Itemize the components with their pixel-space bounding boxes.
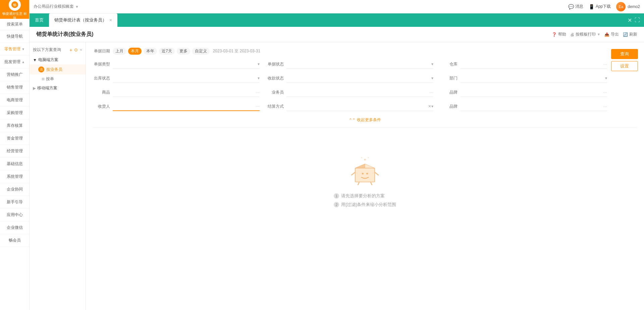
scheme-sub-item-by-order[interactable]: ⊞ 按单 bbox=[30, 74, 86, 84]
scheme-collapse-icon[interactable]: « bbox=[80, 47, 82, 53]
salesperson-dots-icon[interactable]: ··· bbox=[429, 90, 433, 95]
svg-point-12 bbox=[361, 157, 362, 158]
tab-sales-stat[interactable]: 销货单统计表（按业务员） × bbox=[49, 13, 117, 27]
sidebar-item-basic[interactable]: 基础信息 bbox=[0, 158, 29, 170]
topbar-right: 💬 消息 📱 App下载 Ea demo2 bbox=[568, 2, 640, 11]
scheme-item-active-icon: 员 bbox=[38, 66, 44, 72]
settlement-clear-icon[interactable]: ✕ bbox=[428, 104, 431, 109]
filter-delivery: 出库状态 ▾ bbox=[93, 73, 260, 83]
brand2-label: 品牌 bbox=[440, 104, 460, 109]
sidebar-item-system[interactable]: 系统管理 bbox=[0, 170, 29, 183]
doc-status-arrow-icon[interactable]: ▾ bbox=[431, 62, 433, 66]
main-area: 办公用品行业模拟账套 ▼ 💬 消息 📱 App下载 Ea demo2 首页 销货… bbox=[30, 0, 644, 310]
sidebar-item-ecommerce[interactable]: 电商管理 bbox=[0, 94, 29, 107]
sidebar-item-shortcuts[interactable]: 快捷导航 bbox=[0, 30, 29, 43]
avatar[interactable]: Ea bbox=[616, 2, 626, 11]
warehouse-input[interactable]: ··· bbox=[460, 59, 607, 69]
refresh-btn[interactable]: 🔄 刷新 bbox=[623, 32, 637, 37]
payment-arrow-icon[interactable]: ▾ bbox=[431, 76, 433, 81]
sidebar-item-enterprise[interactable]: 企业协同 bbox=[0, 183, 29, 196]
tab-home[interactable]: 首页 bbox=[30, 13, 49, 27]
filter-row-2: 单据类型 ▾ 单据状态 bbox=[93, 59, 607, 69]
date-more-btn[interactable]: 更多 bbox=[177, 48, 190, 55]
date-filter-group: 上月 本月 本年 近7天 更多 自定义 2023-03-01 至 2023-03… bbox=[113, 48, 607, 55]
sidebar-item-retail[interactable]: 零售管理 ▼ bbox=[0, 43, 29, 56]
app-logo[interactable]: 畅 畅捷通好生意 标版 bbox=[0, 0, 29, 19]
settlement-arrow-icon[interactable]: ▾ bbox=[431, 104, 433, 109]
settings-button[interactable]: 设置 bbox=[611, 61, 638, 71]
tab-home-label: 首页 bbox=[35, 17, 44, 23]
sidebar-item-newcomer[interactable]: 新手引导 bbox=[0, 196, 29, 209]
scheme-item-by-salesperson[interactable]: 员 按业务员 bbox=[30, 64, 86, 74]
sidebar-search[interactable]: 搜索菜单 bbox=[0, 19, 29, 30]
date-this-month-btn[interactable]: 本月 bbox=[128, 48, 142, 55]
filter-consignee: 收货人 ··· bbox=[93, 102, 260, 111]
delivery-label: 出库状态 bbox=[93, 75, 113, 81]
consignee-label: 收货人 bbox=[93, 104, 113, 109]
app-download-btn[interactable]: 📱 App下载 bbox=[589, 4, 611, 9]
user-area[interactable]: Ea demo2 bbox=[616, 2, 640, 11]
close-window-icon[interactable]: ✕ bbox=[628, 17, 632, 23]
sidebar-item-appcenter[interactable]: 应用中心 bbox=[0, 209, 29, 221]
payment-input[interactable]: ▾ bbox=[286, 73, 433, 83]
refresh-icon: 🔄 bbox=[623, 32, 628, 37]
help-btn[interactable]: ❓ 帮助 bbox=[552, 32, 566, 37]
sidebar-item-operation[interactable]: 经营管理 bbox=[0, 145, 29, 158]
tip-1-text: 请先选择要分析的方案 bbox=[341, 193, 385, 199]
export-btn[interactable]: 📤 导出 bbox=[604, 32, 619, 37]
sidebar-item-marketing[interactable]: 营销推广 bbox=[0, 68, 29, 81]
date-custom-btn[interactable]: 自定义 bbox=[192, 48, 210, 55]
filter-payment: 收款状态 ▾ bbox=[266, 73, 433, 83]
collapse-conditions-btn[interactable]: ⌃⌃ 收起更多条件 bbox=[93, 117, 637, 123]
scheme-group-pc-header[interactable]: ▼ 电脑端方案 bbox=[30, 55, 86, 64]
date-last-month-btn[interactable]: 上月 bbox=[113, 48, 126, 55]
date-last7-btn[interactable]: 近7天 bbox=[159, 48, 175, 55]
svg-point-13 bbox=[368, 157, 369, 158]
dept-input[interactable]: ▾ bbox=[460, 73, 607, 83]
print-btn[interactable]: 🖨 按模板打印 ▼ bbox=[570, 32, 600, 37]
doc-type-input[interactable]: ▾ bbox=[113, 59, 260, 69]
filter-doc-type: 单据类型 ▾ bbox=[93, 59, 260, 69]
sidebar-item-wechat[interactable]: 企业微信 bbox=[0, 221, 29, 234]
scheme-group-pc: ▼ 电脑端方案 员 按业务员 ⊞ 按单 bbox=[30, 55, 86, 84]
doc-type-arrow-icon[interactable]: ▾ bbox=[258, 62, 260, 66]
delivery-input[interactable]: ▾ bbox=[113, 73, 260, 83]
brand-dots-icon[interactable]: ··· bbox=[603, 90, 607, 95]
tab-close-icon[interactable]: × bbox=[109, 17, 112, 23]
settlement-input[interactable]: ✕ ▾ bbox=[286, 102, 433, 111]
doc-status-input[interactable]: ▾ bbox=[286, 59, 433, 69]
sidebar: 畅 畅捷通好生意 标版 搜索菜单 快捷导航 零售管理 ▼ 批发管理 ▲ 营销推广… bbox=[0, 0, 30, 310]
date-this-year-btn[interactable]: 本年 bbox=[144, 48, 157, 55]
query-button[interactable]: 查询 bbox=[611, 49, 638, 59]
brand2-input[interactable]: ··· bbox=[460, 102, 607, 111]
scheme-add-icon[interactable]: + bbox=[69, 47, 72, 53]
account-selector[interactable]: 办公用品行业模拟账套 ▼ bbox=[34, 4, 79, 9]
brand2-dots-icon[interactable]: ··· bbox=[603, 104, 607, 109]
message-btn[interactable]: 💬 消息 bbox=[568, 4, 583, 9]
sidebar-item-inventory[interactable]: 库存核算 bbox=[0, 119, 29, 132]
brand-input[interactable]: ··· bbox=[460, 88, 607, 97]
warehouse-dots-icon[interactable]: ··· bbox=[603, 61, 607, 67]
sidebar-item-finance[interactable]: 资金管理 bbox=[0, 132, 29, 145]
doc-type-label: 单据类型 bbox=[93, 61, 113, 67]
scheme-group-mobile-header[interactable]: ▶ 移动端方案 bbox=[30, 84, 86, 93]
page-header: 销货单统计表(按业务员) ❓ 帮助 🖨 按模板打印 ▼ 📤 导出 🔄 刷新 bbox=[30, 27, 644, 42]
filter-row-3: 出库状态 ▾ 收款状态 bbox=[93, 73, 607, 83]
sidebar-item-sales[interactable]: 销售管理 bbox=[0, 81, 29, 94]
goods-dots-icon[interactable]: ··· bbox=[256, 90, 260, 95]
goods-input[interactable]: ··· bbox=[113, 88, 260, 97]
consignee-dots-icon[interactable]: ··· bbox=[256, 103, 260, 109]
delivery-arrow-icon[interactable]: ▾ bbox=[258, 76, 260, 81]
svg-point-6 bbox=[366, 173, 368, 174]
scheme-header-label: 按以下方案查询 bbox=[33, 47, 61, 53]
sidebar-item-purchase[interactable]: 采购管理 bbox=[0, 107, 29, 119]
sidebar-item-member[interactable]: 畅会员 bbox=[0, 234, 29, 247]
tip-num-1: 1 bbox=[334, 193, 339, 199]
maximize-icon[interactable]: ⛶ bbox=[635, 17, 640, 23]
scheme-edit-icon[interactable]: ⊙ bbox=[74, 47, 78, 53]
consignee-input[interactable]: ··· bbox=[113, 102, 260, 111]
salesperson-input[interactable]: ··· bbox=[286, 88, 433, 97]
filter-panel: 单据日期 上月 本月 本年 近7天 更多 自定义 2023-03-01 至 20… bbox=[86, 42, 644, 310]
sidebar-item-wholesale[interactable]: 批发管理 ▲ bbox=[0, 56, 29, 68]
svg-line-7 bbox=[358, 182, 359, 185]
